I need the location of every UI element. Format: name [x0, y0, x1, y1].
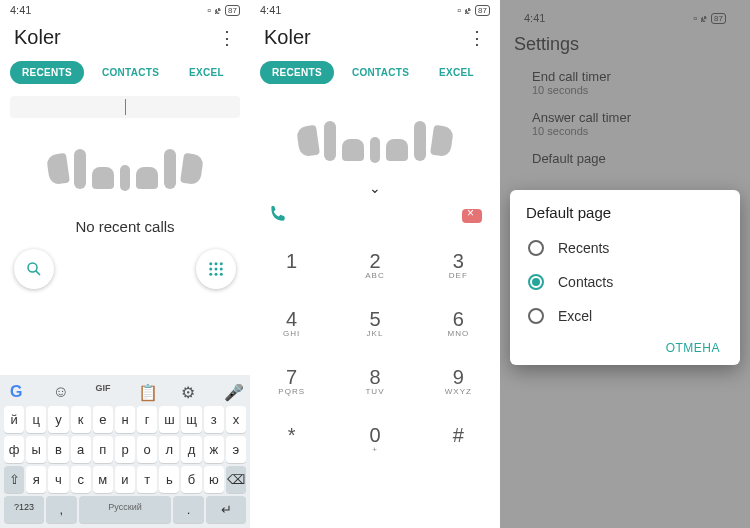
- radio-label: Recents: [558, 240, 609, 256]
- tab-contacts[interactable]: CONTACTS: [340, 61, 421, 84]
- radio-option-contacts[interactable]: Contacts: [526, 265, 724, 299]
- key-я[interactable]: я: [26, 466, 46, 493]
- key-б[interactable]: б: [181, 466, 201, 493]
- tab-recents[interactable]: RECENTS: [260, 61, 334, 84]
- search-button[interactable]: [14, 249, 54, 289]
- key-enter[interactable]: ↵: [206, 496, 246, 523]
- keyboard-row-1: йцукенгшщзх: [4, 406, 246, 433]
- key-shift[interactable]: ⇧: [4, 466, 24, 493]
- key-ю[interactable]: ю: [204, 466, 224, 493]
- key-ц[interactable]: ц: [26, 406, 46, 433]
- dialpad-button[interactable]: [196, 249, 236, 289]
- dialkey-6[interactable]: 6MNO: [417, 294, 500, 352]
- key-comma[interactable]: ,: [46, 496, 77, 523]
- call-button[interactable]: [268, 204, 288, 228]
- key-й[interactable]: й: [4, 406, 24, 433]
- dialkey-3[interactable]: 3DEF: [417, 236, 500, 294]
- dialkey-0[interactable]: 0+: [333, 410, 416, 468]
- key-л[interactable]: л: [159, 436, 179, 463]
- sticker-icon[interactable]: ☺: [53, 383, 69, 399]
- overflow-menu-icon[interactable]: ⋮: [468, 27, 486, 49]
- status-right: ▫ ⸙ 87: [457, 4, 490, 16]
- key-у[interactable]: у: [48, 406, 68, 433]
- svg-point-4: [220, 262, 223, 265]
- dialkey-1[interactable]: 1: [250, 236, 333, 294]
- dialpad-icon: [207, 260, 225, 278]
- radio-icon: [528, 274, 544, 290]
- key-space[interactable]: Русский: [79, 496, 171, 523]
- key-и[interactable]: и: [115, 466, 135, 493]
- search-strip[interactable]: [10, 96, 240, 118]
- status-time: 4:41: [260, 4, 281, 16]
- collapse-chevron-icon[interactable]: ⌄: [250, 180, 500, 196]
- key-э[interactable]: э: [226, 436, 246, 463]
- dialkey-7[interactable]: 7PQRS: [250, 352, 333, 410]
- key-е[interactable]: е: [93, 406, 113, 433]
- key-symbols[interactable]: ?123: [4, 496, 44, 523]
- key-щ[interactable]: щ: [181, 406, 201, 433]
- key-г[interactable]: г: [137, 406, 157, 433]
- key-о[interactable]: о: [137, 436, 157, 463]
- clipboard-icon[interactable]: 📋: [138, 383, 154, 399]
- svg-point-5: [209, 268, 212, 271]
- key-ш[interactable]: ш: [159, 406, 179, 433]
- key-п[interactable]: п: [93, 436, 113, 463]
- dialog-cancel-button[interactable]: ОТМЕНА: [526, 333, 724, 357]
- key-ы[interactable]: ы: [26, 436, 46, 463]
- key-ф[interactable]: ф: [4, 436, 24, 463]
- key-ч[interactable]: ч: [48, 466, 68, 493]
- backspace-button[interactable]: [462, 209, 482, 223]
- app-title: Koler: [14, 26, 61, 49]
- tab-excel[interactable]: EXCEL: [177, 61, 236, 84]
- keyboard-row-3: ⇧ячсмитьбю⌫: [4, 466, 246, 493]
- google-icon[interactable]: G: [10, 383, 26, 399]
- svg-point-0: [28, 263, 37, 272]
- key-н[interactable]: н: [115, 406, 135, 433]
- empty-illustration: [250, 106, 500, 176]
- key-к[interactable]: к: [71, 406, 91, 433]
- app-title: Koler: [264, 26, 311, 49]
- tab-recents[interactable]: RECENTS: [10, 61, 84, 84]
- tabs: RECENTS CONTACTS EXCEL: [0, 55, 250, 90]
- keyboard-row-2: фывапролджэ: [4, 436, 246, 463]
- mic-icon[interactable]: 🎤: [224, 383, 240, 399]
- key-р[interactable]: р: [115, 436, 135, 463]
- key-х[interactable]: х: [226, 406, 246, 433]
- dialkey-8[interactable]: 8TUV: [333, 352, 416, 410]
- dialkey-*[interactable]: *: [250, 410, 333, 468]
- signal-icon: ▫: [207, 4, 211, 16]
- dialkey-5[interactable]: 5JKL: [333, 294, 416, 352]
- radio-label: Excel: [558, 308, 592, 324]
- status-right: ▫ ⸙ 87: [207, 4, 240, 16]
- key-т[interactable]: т: [137, 466, 157, 493]
- radio-option-recents[interactable]: Recents: [526, 231, 724, 265]
- phone-icon: [268, 204, 288, 224]
- battery-icon: 87: [225, 5, 240, 16]
- key-д[interactable]: д: [181, 436, 201, 463]
- key-а[interactable]: а: [71, 436, 91, 463]
- dialkey-#[interactable]: #: [417, 410, 500, 468]
- key-з[interactable]: з: [204, 406, 224, 433]
- tab-excel[interactable]: EXCEL: [427, 61, 486, 84]
- dialkey-4[interactable]: 4GHI: [250, 294, 333, 352]
- svg-point-2: [209, 262, 212, 265]
- radio-option-excel[interactable]: Excel: [526, 299, 724, 333]
- key-ь[interactable]: ь: [159, 466, 179, 493]
- svg-point-9: [215, 273, 218, 276]
- key-ж[interactable]: ж: [204, 436, 224, 463]
- key-с[interactable]: с: [71, 466, 91, 493]
- tabs: RECENTS CONTACTS EXCEL: [250, 55, 500, 90]
- dialkey-9[interactable]: 9WXYZ: [417, 352, 500, 410]
- overflow-menu-icon[interactable]: ⋮: [218, 27, 236, 49]
- key-м[interactable]: м: [93, 466, 113, 493]
- status-bar: 4:41 ▫ ⸙ 87: [0, 0, 250, 20]
- dialkey-2[interactable]: 2ABC: [333, 236, 416, 294]
- settings-icon[interactable]: ⚙: [181, 383, 197, 399]
- radio-icon: [528, 308, 544, 324]
- tab-contacts[interactable]: CONTACTS: [90, 61, 171, 84]
- gif-icon[interactable]: GIF: [96, 383, 112, 399]
- key-backspace[interactable]: ⌫: [226, 466, 246, 493]
- key-в[interactable]: в: [48, 436, 68, 463]
- svg-point-6: [215, 268, 218, 271]
- key-dot[interactable]: .: [173, 496, 204, 523]
